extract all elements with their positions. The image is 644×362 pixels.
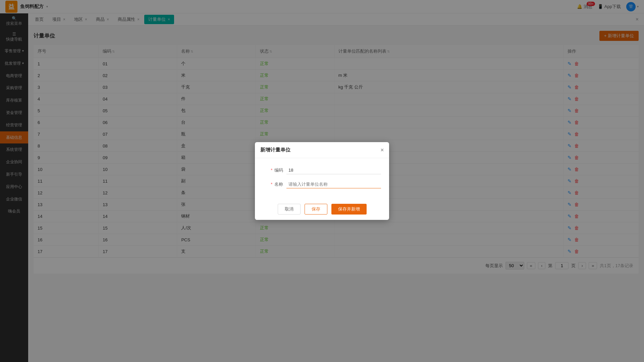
- cancel-btn[interactable]: 取消: [278, 204, 301, 215]
- code-label: * 编码: [263, 167, 283, 173]
- modal-overlay: 新增计量单位 × * 编码 * 名称 取消 保存 保存并新增: [0, 0, 644, 362]
- name-required-mark: *: [271, 182, 272, 187]
- modal-footer: 取消 保存 保存并新增: [255, 200, 389, 220]
- add-unit-modal: 新增计量单位 × * 编码 * 名称 取消 保存 保存并新增: [255, 142, 389, 220]
- save-and-new-btn[interactable]: 保存并新增: [331, 204, 367, 215]
- code-input[interactable]: [286, 166, 381, 174]
- name-label: * 名称: [263, 181, 283, 187]
- code-form-row: * 编码: [263, 166, 381, 174]
- modal-body: * 编码 * 名称: [255, 158, 389, 200]
- modal-close-btn[interactable]: ×: [381, 147, 384, 153]
- name-form-row: * 名称: [263, 180, 381, 188]
- save-btn[interactable]: 保存: [305, 204, 327, 215]
- code-required-mark: *: [271, 168, 272, 173]
- modal-header: 新增计量单位 ×: [255, 142, 389, 158]
- modal-title: 新增计量单位: [260, 147, 290, 153]
- name-input[interactable]: [286, 180, 381, 188]
